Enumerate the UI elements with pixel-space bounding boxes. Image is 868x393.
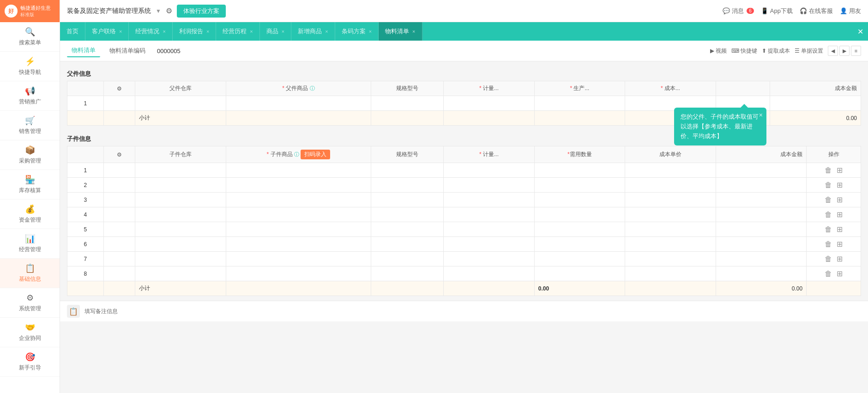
child-row-spec-6[interactable] <box>371 237 444 252</box>
sidebar-item-marketing[interactable]: 📢营销推广 <box>0 81 60 111</box>
close-all-tabs[interactable]: ✕ <box>857 27 868 36</box>
child-copy-btn-7[interactable]: ⊞ <box>835 254 844 263</box>
child-row-unit-price-7[interactable] <box>625 252 716 266</box>
child-row-warehouse-6[interactable] <box>135 237 226 252</box>
nav-prev-btn[interactable]: ◀ <box>828 46 838 56</box>
scan-input-btn[interactable]: 扫码录入 <box>301 150 330 159</box>
child-row-qty-8[interactable] <box>444 266 534 281</box>
sub-tab-bom-list[interactable]: 物料清单 <box>67 44 100 57</box>
child-row-unit-price-2[interactable] <box>625 178 716 193</box>
child-delete-btn-3[interactable]: 🗑 <box>823 196 833 204</box>
child-row-qty-3[interactable] <box>444 193 534 207</box>
child-copy-btn-3[interactable]: ⊞ <box>835 195 844 204</box>
child-row-unit-price-5[interactable] <box>625 222 716 237</box>
child-delete-btn-5[interactable]: 🗑 <box>823 225 833 234</box>
child-copy-btn-5[interactable]: ⊞ <box>835 225 844 234</box>
child-delete-btn-2[interactable]: 🗑 <box>823 181 833 189</box>
child-row-required-6[interactable] <box>534 237 625 252</box>
child-th-gear[interactable]: ⚙ <box>103 146 135 163</box>
child-row-spec-7[interactable] <box>371 252 444 266</box>
child-delete-btn-1[interactable]: 🗑 <box>823 166 833 175</box>
single-setting-btn[interactable]: ☰ 单据设置 <box>795 47 823 55</box>
child-row-qty-6[interactable] <box>444 237 534 252</box>
sidebar-item-quick_nav[interactable]: ⚡快捷导航 <box>0 52 60 81</box>
child-row-warehouse-8[interactable] <box>135 266 226 281</box>
child-row-product-3[interactable] <box>226 193 371 207</box>
sidebar-item-operations_mgmt[interactable]: 📊经营管理 <box>0 229 60 259</box>
nav-tab-history[interactable]: 经营历程× <box>216 22 259 41</box>
child-copy-btn-8[interactable]: ⊞ <box>835 269 844 278</box>
nav-tab-close-barcode[interactable]: × <box>369 29 372 34</box>
parent-row-spec[interactable] <box>371 96 444 111</box>
child-row-required-8[interactable] <box>534 266 625 281</box>
child-row-qty-7[interactable] <box>444 252 534 266</box>
child-row-spec-5[interactable] <box>371 222 444 237</box>
child-row-required-7[interactable] <box>534 252 625 266</box>
child-row-required-1[interactable] <box>534 163 625 178</box>
child-row-spec-8[interactable] <box>371 266 444 281</box>
tooltip-close-btn[interactable]: × <box>759 110 763 120</box>
nav-tab-profit[interactable]: 利润报告× <box>173 22 216 41</box>
nav-tab-close-new_product[interactable]: × <box>325 29 328 34</box>
user-item[interactable]: 👤 用友 <box>840 7 861 15</box>
sidebar-item-purchase[interactable]: 📦采购管理 <box>0 140 60 170</box>
child-copy-btn-4[interactable]: ⊞ <box>835 210 844 219</box>
bottom-note-label[interactable]: 填写备注信息 <box>84 308 118 315</box>
sidebar-item-system[interactable]: ⚙系统管理 <box>0 288 60 318</box>
child-row-warehouse-3[interactable] <box>135 193 226 207</box>
child-delete-btn-7[interactable]: 🗑 <box>823 255 833 263</box>
child-row-product-6[interactable] <box>226 237 371 252</box>
child-row-spec-4[interactable] <box>371 207 444 222</box>
nav-next-btn[interactable]: ▶ <box>839 46 850 56</box>
sidebar-item-finance[interactable]: 💰资金管理 <box>0 200 60 229</box>
nav-tab-close-profit[interactable]: × <box>206 29 209 34</box>
child-row-product-5[interactable] <box>226 222 371 237</box>
child-row-unit-price-1[interactable] <box>625 163 716 178</box>
nav-tab-close-customer[interactable]: × <box>119 29 122 34</box>
child-row-spec-1[interactable] <box>371 163 444 178</box>
child-row-warehouse-2[interactable] <box>135 178 226 193</box>
nav-tab-new_product[interactable]: 新增商品× <box>291 22 335 41</box>
nav-tab-operations[interactable]: 经营情况× <box>129 22 172 41</box>
child-row-required-4[interactable] <box>534 207 625 222</box>
nav-tab-customer[interactable]: 客户联络× <box>85 22 129 41</box>
nav-tab-home[interactable]: 首页 <box>60 22 85 41</box>
child-row-product-8[interactable] <box>226 266 371 281</box>
parent-row-warehouse[interactable] <box>135 96 226 111</box>
child-row-qty-1[interactable] <box>444 163 534 178</box>
child-row-warehouse-1[interactable] <box>135 163 226 178</box>
child-delete-btn-4[interactable]: 🗑 <box>823 211 833 219</box>
nav-tab-barcode[interactable]: 条码方案× <box>335 22 379 41</box>
parent-th-gear[interactable]: ⚙ <box>103 81 135 96</box>
parent-row-product[interactable] <box>226 96 371 111</box>
child-row-required-3[interactable] <box>534 193 625 207</box>
child-row-spec-3[interactable] <box>371 193 444 207</box>
child-copy-btn-2[interactable]: ⊞ <box>835 181 844 189</box>
child-row-unit-price-6[interactable] <box>625 237 716 252</box>
nav-tab-close-bom[interactable]: × <box>412 29 415 34</box>
shortcut-btn[interactable]: ⌨ 快捷键 <box>731 47 757 55</box>
child-row-required-2[interactable] <box>534 178 625 193</box>
nav-list-btn[interactable]: ≡ <box>851 46 861 56</box>
app-download-item[interactable]: 📱 App下载 <box>761 7 793 15</box>
child-row-product-4[interactable] <box>226 207 371 222</box>
child-row-qty-2[interactable] <box>444 178 534 193</box>
parent-row-qty[interactable] <box>444 96 534 111</box>
child-row-unit-price-8[interactable] <box>625 266 716 281</box>
child-row-qty-5[interactable] <box>444 222 534 237</box>
nav-tab-close-history[interactable]: × <box>250 29 253 34</box>
sidebar-item-search[interactable]: 🔍搜索菜单 <box>0 22 60 52</box>
child-row-spec-2[interactable] <box>371 178 444 193</box>
sidebar-item-guide[interactable]: 🎯新手引导 <box>0 347 60 377</box>
child-row-product-2[interactable] <box>226 178 371 193</box>
nav-tab-products[interactable]: 商品× <box>260 22 291 41</box>
child-copy-btn-1[interactable]: ⊞ <box>835 166 844 175</box>
child-row-warehouse-4[interactable] <box>135 207 226 222</box>
child-row-qty-4[interactable] <box>444 207 534 222</box>
sidebar-item-enterprise[interactable]: 🤝企业协同 <box>0 318 60 347</box>
message-item[interactable]: 💬 消息 6 <box>723 7 754 15</box>
child-row-warehouse-7[interactable] <box>135 252 226 266</box>
child-row-unit-price-3[interactable] <box>625 193 716 207</box>
system-dropdown[interactable]: ▼ <box>156 8 161 14</box>
child-copy-btn-6[interactable]: ⊞ <box>835 240 844 248</box>
